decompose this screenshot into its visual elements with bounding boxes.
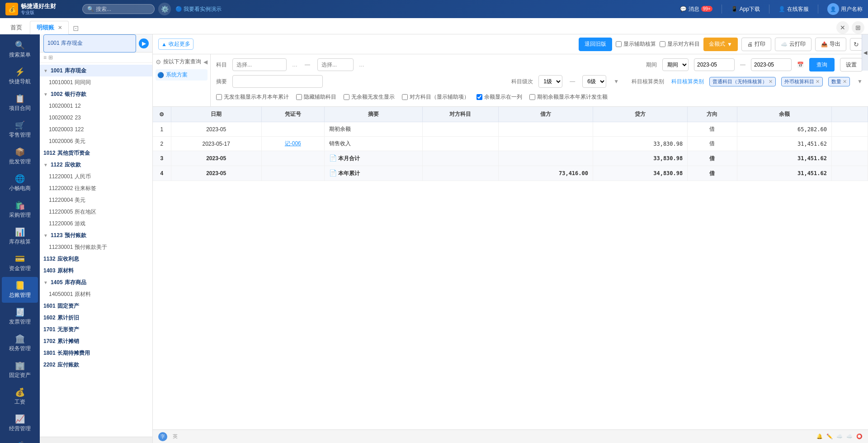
- show-aux-checkbox[interactable]: [616, 41, 622, 47]
- show-opposite-opt-label[interactable]: 对方科目（显示辅助项）: [402, 93, 469, 101]
- sidebar-item-search[interactable]: 🔍 搜索菜单: [2, 37, 38, 62]
- online-service-btn[interactable]: 👤 在线客服: [778, 5, 809, 13]
- period-start-input[interactable]: [694, 58, 735, 71]
- tab-detail-close[interactable]: ✕: [58, 25, 62, 31]
- status-bell-icon[interactable]: 🔔: [816, 433, 823, 439]
- sidebar-item-quick[interactable]: ⚡ 快捷导航: [2, 63, 38, 89]
- tree-item-1702[interactable]: 1702 累计摊销: [40, 335, 152, 347]
- tree-item-10020006[interactable]: 10020006 美元: [40, 135, 152, 147]
- ytd-checkbox[interactable]: [529, 94, 535, 100]
- status-circle-icon[interactable]: ⭕: [856, 433, 863, 439]
- sidebar-item-tax[interactable]: 🏛️ 税务管理: [2, 330, 38, 356]
- status-edit-icon[interactable]: ✏️: [826, 433, 833, 439]
- scheme-settings-icon[interactable]: ⚙: [156, 58, 161, 66]
- back-old-btn[interactable]: 退回旧版: [579, 38, 612, 51]
- voucher-link-2[interactable]: 记-006: [285, 140, 301, 147]
- print-btn[interactable]: 🖨 打印: [741, 38, 771, 51]
- tree-item-1012[interactable]: 1012 其他货币资金: [40, 147, 152, 159]
- category-info-icon[interactable]: 科目核算类别: [671, 78, 704, 86]
- account-nav-arrow[interactable]: ▶: [139, 38, 149, 48]
- close-window-btn[interactable]: ✕: [836, 21, 849, 34]
- subject-input[interactable]: [232, 58, 287, 71]
- show-opposite-checkbox[interactable]: [660, 41, 665, 47]
- tree-item-11230001[interactable]: 11230001 预付账款美于: [40, 241, 152, 253]
- sidebar-item-general[interactable]: 📒 总账管理: [2, 277, 38, 303]
- tree-item-1601[interactable]: 1601 固定资产: [40, 300, 152, 312]
- tree-item-11220006[interactable]: 11220006 游戏: [40, 218, 152, 229]
- settings-icon-btn[interactable]: ⚙️: [158, 3, 171, 15]
- ytd-checkbox-label[interactable]: 期初余额显示本年累计发生额: [529, 93, 608, 101]
- tree-item-11220004[interactable]: 11220004 美元: [40, 194, 152, 206]
- tree-item-1701[interactable]: 1701 无形资产: [40, 324, 152, 335]
- tree-item-2202[interactable]: 2202 应付账款: [40, 359, 152, 371]
- status-cloud-icon2[interactable]: ☁️: [846, 433, 853, 439]
- tree-view-icon[interactable]: ⊞: [48, 54, 53, 61]
- tree-item-1403[interactable]: 1403 原材料: [40, 265, 152, 276]
- sidebar-item-project[interactable]: 📋 项目合同: [2, 90, 38, 116]
- tree-item-1132[interactable]: 1132 应收利息: [40, 253, 152, 265]
- sidebar-item-capital[interactable]: 💳 资金管理: [2, 250, 38, 276]
- setup-btn[interactable]: 设置: [840, 58, 863, 71]
- message-btn[interactable]: 💬 消息 99+: [680, 5, 712, 13]
- collapse-filter-icon[interactable]: ◀: [203, 59, 208, 65]
- status-cloud-icon1[interactable]: ☁️: [836, 433, 843, 439]
- period-type-select[interactable]: 期间: [662, 58, 689, 71]
- calendar-icon[interactable]: 📅: [797, 62, 804, 68]
- hide-aux-checkbox[interactable]: [296, 94, 302, 100]
- expand-window-btn[interactable]: ⊞: [852, 21, 864, 34]
- sidebar-item-invoice[interactable]: 🧾 发票管理: [2, 304, 38, 329]
- list-view-icon[interactable]: ≡: [43, 54, 47, 61]
- cell-voucher-2[interactable]: 记-006: [261, 137, 324, 151]
- tree-item-1405[interactable]: ▼ 1405 库存商品: [40, 276, 152, 288]
- status-lang-en[interactable]: 英: [173, 433, 178, 440]
- show-opposite-opt-checkbox[interactable]: [402, 94, 408, 100]
- expand-more-btn[interactable]: ▲ 收起更多: [158, 38, 193, 50]
- category-chevron-icon[interactable]: ▼: [857, 78, 863, 85]
- no-balance-checkbox-label[interactable]: 无余额无发生显示: [344, 93, 395, 101]
- tree-item-11220002[interactable]: 11220002 往来标签: [40, 182, 152, 194]
- refresh-btn[interactable]: ↻: [850, 38, 863, 51]
- level-end-select[interactable]: 6级: [582, 75, 606, 88]
- tree-item-1123[interactable]: ▼ 1123 预付账款: [40, 229, 152, 241]
- query-btn[interactable]: 查询: [809, 58, 835, 71]
- tag-quantity-remove[interactable]: ✕: [843, 79, 847, 85]
- tree-item-1001[interactable]: ▼ 1001 库存现金: [40, 65, 152, 76]
- subject-input-end[interactable]: [317, 58, 354, 71]
- balance-col-checkbox[interactable]: [476, 94, 482, 100]
- balance-col-checkbox-label[interactable]: 余额显示在一列: [476, 93, 522, 101]
- sidebar-item-fixed[interactable]: 🏢 固定资产: [2, 357, 38, 383]
- top-search-bar[interactable]: 🔍: [82, 4, 155, 14]
- th-settings[interactable]: ⚙: [153, 107, 171, 122]
- tag-normal-remove[interactable]: ✕: [769, 79, 773, 85]
- tree-item-1002[interactable]: ▼ 1002 银行存款: [40, 88, 152, 100]
- level-start-select[interactable]: 1级: [538, 75, 562, 88]
- export-btn[interactable]: 📤 导出: [815, 38, 846, 51]
- tree-item-10020003[interactable]: 10020003 122: [40, 124, 152, 135]
- right-collapse-panel[interactable]: ◀: [862, 34, 868, 71]
- tag-foreign-remove[interactable]: ✕: [816, 79, 820, 85]
- tab-home[interactable]: 首页: [4, 20, 29, 34]
- user-avatar-btn[interactable]: 👤 用户名称: [827, 3, 863, 15]
- summary-input[interactable]: [232, 75, 323, 88]
- sidebar-item-inventory[interactable]: 📊 库存核算: [2, 224, 38, 249]
- tree-item-14050001[interactable]: 14050001 原材料: [40, 288, 152, 300]
- sidebar-item-retail[interactable]: 🛒 零售管理: [2, 117, 38, 143]
- period-end-input[interactable]: [751, 58, 792, 71]
- no-occur-checkbox[interactable]: [216, 94, 222, 100]
- current-account-display[interactable]: 1001 库存现金: [43, 34, 136, 52]
- sidebar-item-wage[interactable]: 💰 工资: [2, 384, 38, 410]
- no-balance-checkbox[interactable]: [344, 94, 349, 100]
- hide-aux-checkbox-label[interactable]: 隐藏辅助科目: [296, 93, 336, 101]
- sidebar-item-operation[interactable]: 📈 经营管理: [2, 410, 38, 436]
- tree-item-10010001[interactable]: 10010001 同同同: [40, 76, 152, 88]
- tree-item-1602[interactable]: 1602 累计折旧: [40, 312, 152, 324]
- show-opposite-checkbox-label[interactable]: 显示对方科目: [660, 40, 700, 48]
- amount-format-btn[interactable]: 金额式 ▼: [703, 38, 738, 51]
- tree-item-1122[interactable]: ▼ 1122 应收款: [40, 159, 152, 171]
- sidebar-item-purchase[interactable]: 🛍️ 采购管理: [2, 197, 38, 223]
- tree-item-11220001[interactable]: 11220001 人民币: [40, 171, 152, 182]
- tab-add-btn[interactable]: ⊡: [70, 22, 81, 34]
- tree-item-10020001[interactable]: 10020001 12: [40, 100, 152, 112]
- cloud-print-btn[interactable]: ☁️ 云打印: [775, 38, 811, 51]
- show-aux-checkbox-label[interactable]: 显示辅助核算: [616, 40, 656, 48]
